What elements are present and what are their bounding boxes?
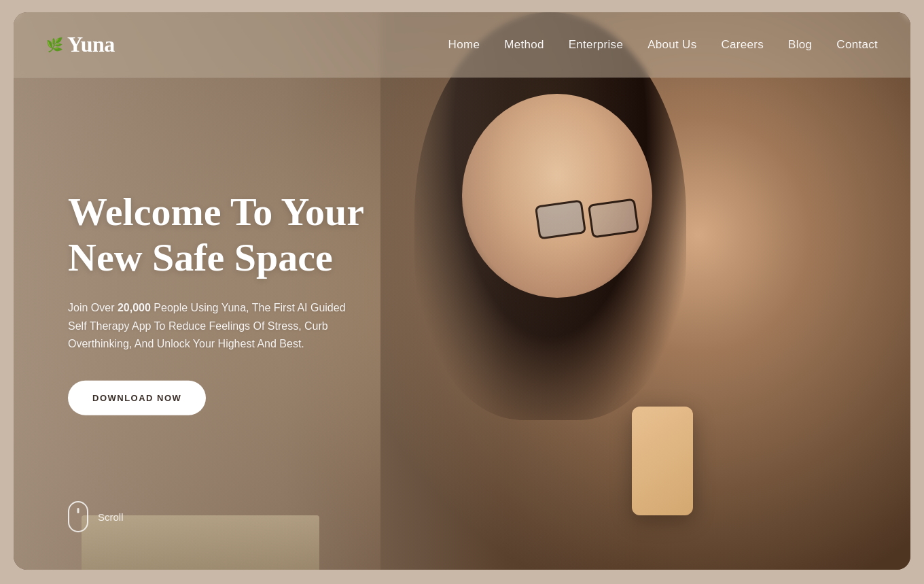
nav-links: Home Method Enterprise About Us Careers … <box>448 38 878 52</box>
logo[interactable]: 🌿 Yuna <box>46 32 115 57</box>
nav-link-about[interactable]: About Us <box>647 38 696 51</box>
nav-link-careers[interactable]: Careers <box>722 38 764 51</box>
nav-item-home[interactable]: Home <box>448 38 480 52</box>
scroll-indicator: Scroll <box>68 501 124 532</box>
hero-title: Welcome To Your New Safe Space <box>68 190 367 280</box>
hero-description: Join Over 20,000 People Using Yuna, The … <box>68 299 367 353</box>
nav-item-careers[interactable]: Careers <box>722 38 764 52</box>
mouse-icon <box>68 501 88 532</box>
scroll-label: Scroll <box>98 511 124 523</box>
logo-text: Yuna <box>67 32 115 57</box>
hero-desc-prefix: Join Over <box>68 302 118 313</box>
hero-desc-highlight: 20,000 <box>118 302 151 313</box>
nav-link-enterprise[interactable]: Enterprise <box>569 38 623 51</box>
hero-content: Welcome To Your New Safe Space Join Over… <box>68 190 367 415</box>
nav-link-blog[interactable]: Blog <box>788 38 812 51</box>
download-now-button[interactable]: DOWNLOAD NOW <box>68 380 206 415</box>
nav-link-method[interactable]: Method <box>504 38 544 51</box>
nav-item-blog[interactable]: Blog <box>788 38 812 52</box>
logo-icon: 🌿 <box>46 37 63 53</box>
hero-title-line1: Welcome To Your <box>68 190 364 234</box>
hero-title-line2: New Safe Space <box>68 235 333 279</box>
page-wrapper: 🌿 Yuna Home Method Enterprise About Us C… <box>14 12 910 570</box>
nav-item-contact[interactable]: Contact <box>836 38 878 52</box>
nav-item-about[interactable]: About Us <box>647 38 696 52</box>
nav-item-method[interactable]: Method <box>504 38 544 52</box>
nav-item-enterprise[interactable]: Enterprise <box>569 38 623 52</box>
nav-link-contact[interactable]: Contact <box>836 38 878 51</box>
nav-link-home[interactable]: Home <box>448 38 480 51</box>
navbar: 🌿 Yuna Home Method Enterprise About Us C… <box>14 12 910 78</box>
